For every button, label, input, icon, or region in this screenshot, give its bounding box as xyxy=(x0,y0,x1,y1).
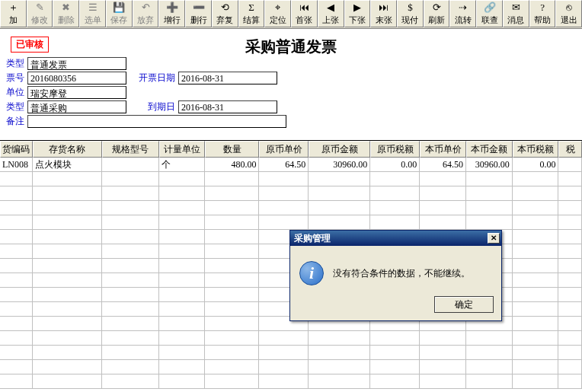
add-button[interactable]: ＋加 xyxy=(0,0,27,27)
select-button[interactable]: ☰选单 xyxy=(79,0,106,27)
addrow-icon: ➕ xyxy=(166,2,178,14)
col-header[interactable]: 本币单价 xyxy=(420,141,466,158)
cell: . xyxy=(513,215,559,230)
field-due-date[interactable]: 2016-08-31 xyxy=(178,100,277,113)
cell: . xyxy=(205,201,259,215)
col-header[interactable]: 计量单位 xyxy=(159,141,206,158)
label-unit: 单位 xyxy=(3,86,24,99)
link-button[interactable]: 🔗联查 xyxy=(476,0,503,27)
cell[interactable]: 480.00 xyxy=(205,158,259,172)
cell: . xyxy=(33,201,102,215)
cell[interactable] xyxy=(558,158,582,172)
page-title: 采购普通发票 xyxy=(0,37,582,57)
ok-button[interactable]: 确定 xyxy=(434,296,494,313)
addrow-button[interactable]: ➕增行 xyxy=(158,0,185,27)
cell[interactable]: 64.50 xyxy=(259,158,309,172)
toolbar-label: 下张 xyxy=(349,14,366,26)
msg-button[interactable]: ✉消息 xyxy=(503,0,529,27)
cell: . xyxy=(259,331,309,346)
cell: . xyxy=(159,201,206,215)
toolbar-label: 结算 xyxy=(243,14,260,26)
cell: . xyxy=(309,215,370,230)
col-header[interactable]: 税 xyxy=(558,141,582,158)
cell: . xyxy=(309,201,370,215)
delrow-button[interactable]: ➖删行 xyxy=(185,0,212,27)
cell: . xyxy=(466,374,513,389)
field-type1[interactable]: 普通发票 xyxy=(27,57,126,70)
cell: . xyxy=(0,317,33,331)
cell: . xyxy=(102,244,159,259)
close-icon[interactable]: ✕ xyxy=(488,233,500,244)
last-button[interactable]: ⏭末张 xyxy=(370,0,397,27)
help-button[interactable]: ?帮助 xyxy=(529,0,556,27)
table-row: ............ xyxy=(0,186,582,201)
cell: . xyxy=(102,186,159,201)
cell: . xyxy=(0,374,33,389)
modify-button[interactable]: ✎修改 xyxy=(27,0,53,27)
cell: . xyxy=(558,288,582,302)
cell[interactable]: 30960.00 xyxy=(309,158,370,172)
dialog-message: 没有符合条件的数据，不能继续。 xyxy=(333,267,470,280)
cell: . xyxy=(558,215,582,230)
next-button[interactable]: ▶下张 xyxy=(344,0,371,27)
col-header[interactable]: 存货名称 xyxy=(33,141,102,158)
col-header[interactable]: 货编码 xyxy=(0,141,33,158)
cell[interactable]: 点火模块 xyxy=(33,158,102,172)
field-type2[interactable]: 普通采购 xyxy=(27,100,126,113)
link-icon: 🔗 xyxy=(484,2,496,14)
col-header[interactable]: 原币金额 xyxy=(309,141,370,158)
prev-button[interactable]: ◀上张 xyxy=(318,0,344,27)
field-unit[interactable]: 瑞安摩登 xyxy=(27,86,126,99)
label-type1: 类型 xyxy=(3,57,24,70)
toolbar-label: 流转 xyxy=(455,14,472,26)
first-button[interactable]: ⏮首张 xyxy=(291,0,318,27)
cell: . xyxy=(370,346,420,360)
col-header[interactable]: 数量 xyxy=(205,141,259,158)
cell: . xyxy=(558,201,582,215)
modify-icon: ✎ xyxy=(34,2,46,14)
cell[interactable]: 0.00 xyxy=(513,158,559,172)
field-bill-date[interactable]: 2016-08-31 xyxy=(178,72,277,84)
field-docno[interactable]: 2016080356 xyxy=(27,72,126,84)
delete-button[interactable]: ✖删除 xyxy=(53,0,79,27)
cell: . xyxy=(102,172,159,186)
cell: . xyxy=(420,346,466,360)
field-remark[interactable] xyxy=(27,115,286,128)
col-header[interactable]: 原币税额 xyxy=(370,141,420,158)
pay-button[interactable]: $现付 xyxy=(397,0,424,27)
locate-button[interactable]: ⌖定位 xyxy=(264,0,291,27)
col-header[interactable]: 原币单价 xyxy=(259,141,309,158)
settle-button[interactable]: Σ结算 xyxy=(238,0,265,27)
cell[interactable]: 30960.00 xyxy=(466,158,513,172)
col-header[interactable]: 规格型号 xyxy=(102,141,159,158)
cell: . xyxy=(205,244,259,259)
cell: . xyxy=(309,374,370,389)
exit-button[interactable]: ⎋退出 xyxy=(555,0,582,27)
label-bill-date: 开票日期 xyxy=(130,72,175,84)
discard-button[interactable]: ↶放弃 xyxy=(133,0,159,27)
cell: . xyxy=(309,172,370,186)
cell[interactable]: LN008 xyxy=(0,158,33,172)
cell[interactable]: 个 xyxy=(159,158,206,172)
toolbar-label: 联查 xyxy=(481,14,498,26)
cell[interactable]: 0.00 xyxy=(370,158,420,172)
message-dialog: 采购管理 ✕ i 没有符合条件的数据，不能继续。 确定 xyxy=(289,230,502,321)
cell[interactable] xyxy=(102,158,159,172)
cell: . xyxy=(33,172,102,186)
main-toolbar: ＋加✎修改✖删除☰选单💾保存↶放弃➕增行➖删行⟲弃复Σ结算⌖定位⏮首张◀上张▶下… xyxy=(0,0,582,29)
col-header[interactable]: 本币税额 xyxy=(513,141,559,158)
cell: . xyxy=(370,172,420,186)
table-row[interactable]: LN008点火模块个480.0064.5030960.000.0064.5030… xyxy=(0,158,582,172)
cell: . xyxy=(259,346,309,360)
table-row: ............ xyxy=(0,201,582,215)
flow-button[interactable]: ⇢流转 xyxy=(449,0,476,27)
save-button[interactable]: 💾保存 xyxy=(106,0,133,27)
cell: . xyxy=(205,230,259,244)
cell[interactable]: 64.50 xyxy=(420,158,466,172)
col-header[interactable]: 本币金额 xyxy=(466,141,513,158)
abandon-button[interactable]: ⟲弃复 xyxy=(212,0,238,27)
cell: . xyxy=(558,346,582,360)
refresh-button[interactable]: ⟳刷新 xyxy=(424,0,450,27)
dialog-titlebar[interactable]: 采购管理 ✕ xyxy=(290,231,501,246)
locate-icon: ⌖ xyxy=(272,2,284,14)
